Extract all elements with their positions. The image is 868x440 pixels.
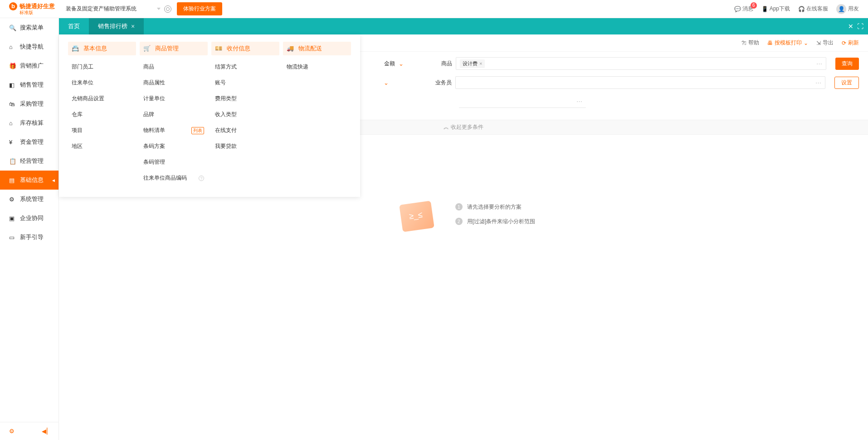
sidebar-item-1[interactable]: ⌂快捷导航 (0, 37, 59, 56)
print-template-button[interactable]: 🖶 按模板打印 ⌄ (767, 39, 808, 47)
mega-item[interactable]: 地区 (68, 138, 136, 154)
mega-item[interactable]: 计量单位 (140, 91, 208, 107)
mega-item[interactable]: 商品 (140, 59, 208, 75)
mega-item[interactable]: 收入类型 (211, 107, 279, 122)
logo-subtitle: 标准版 (20, 10, 33, 16)
sidebar-icon: 🔍 (9, 24, 15, 31)
mega-item[interactable]: 物流快递 (283, 59, 351, 75)
settings-button[interactable]: 设置 (834, 77, 859, 89)
sidebar-item-7[interactable]: 📋经营管理 (0, 152, 59, 171)
sidebar-item-9[interactable]: ⚙系统管理 (0, 190, 59, 209)
mega-item[interactable]: 仓库 (68, 107, 136, 122)
salesperson-input[interactable]: ⋯ (455, 76, 825, 89)
more-icon[interactable]: ⋯ (816, 60, 822, 67)
sidebar-item-label: 采购管理 (20, 100, 44, 108)
user-menu[interactable]: 👤 用友 (836, 4, 859, 14)
mega-header: 🚚物流配送 (283, 42, 351, 55)
gear-icon[interactable] (164, 5, 171, 13)
tabbar-right: ✕ ⛶ (848, 18, 868, 34)
refresh-button[interactable]: ⟳ 刷新 (842, 39, 859, 47)
sidebar-item-label: 资金管理 (20, 138, 44, 146)
app-download-button[interactable]: 📱 App下载 (761, 5, 790, 13)
mega-item[interactable]: 条码管理 (140, 154, 208, 170)
mega-item[interactable]: 在线支付 (211, 122, 279, 138)
sidebar-item-label: 企业协同 (20, 214, 44, 222)
step-2-badge: 2 (455, 218, 463, 225)
sidebar-item-3[interactable]: ◧销售管理 (0, 75, 59, 94)
phone-icon: 📱 (761, 6, 768, 12)
mega-item[interactable]: 部门员工 (68, 59, 136, 75)
close-icon[interactable]: × (131, 23, 135, 30)
mega-item[interactable]: 条码方案 (140, 138, 208, 154)
mega-item-label: 结算方式 (215, 63, 237, 71)
mega-item-label: 账号 (215, 79, 226, 87)
mega-item[interactable]: 物料清单列表 (140, 122, 208, 138)
industry-plan-button[interactable]: 体验行业方案 (177, 2, 222, 15)
sidebar-item-label: 库存核算 (20, 119, 44, 127)
filter-amount-label: 金额 (384, 60, 395, 68)
sidebar-item-label: 系统管理 (20, 195, 44, 203)
query-button[interactable]: 查询 (835, 58, 859, 70)
extra-input[interactable]: ⋯ (459, 95, 586, 108)
maximize-icon[interactable]: ⛶ (857, 23, 863, 30)
tab-home[interactable]: 首页 (59, 18, 89, 34)
mega-item[interactable]: 费用类型 (211, 91, 279, 107)
system-selector[interactable]: 装备及固定资产辅助管理系统 (66, 5, 161, 13)
mega-header: 💴收付信息 (211, 42, 279, 55)
messages-button[interactable]: 💬 消息 6 (734, 5, 753, 13)
mega-header-label: 收付信息 (227, 44, 250, 53)
more-icon[interactable]: ⋯ (576, 98, 582, 105)
mega-item[interactable]: 结算方式 (211, 59, 279, 75)
sidebar-item-2[interactable]: 🎁营销推广 (0, 56, 59, 75)
mega-item[interactable]: 账号 (211, 75, 279, 91)
mega-header-icon: 🚚 (287, 45, 296, 52)
mega-header-label: 物流配送 (298, 44, 322, 53)
tab-home-label: 首页 (68, 22, 80, 30)
step-1-badge: 1 (455, 203, 463, 210)
user-name: 用友 (848, 5, 859, 13)
chevron-down-icon[interactable]: ⌄ (384, 79, 389, 86)
mega-item[interactable]: 往来单位 (68, 75, 136, 91)
mega-item[interactable]: 商品属性 (140, 75, 208, 91)
mega-item[interactable]: 项目 (68, 122, 136, 138)
sidebar-icon: ⌂ (9, 44, 15, 50)
refresh-label: 刷新 (848, 39, 859, 47)
product-input[interactable]: 设计费 × ⋯ (456, 57, 826, 70)
mega-item-label: 往来单位 (72, 79, 93, 87)
sidebar-item-4[interactable]: 🛍采购管理 (0, 94, 59, 113)
sidebar-icon: ▤ (9, 177, 15, 183)
question-icon: ? (199, 176, 204, 181)
header-right: 💬 消息 6 📱 App下载 🎧 在线客服 👤 用友 (734, 4, 868, 14)
mega-item[interactable]: 允销商品设置 (68, 91, 136, 107)
remove-tag-icon[interactable]: × (479, 61, 482, 66)
sidebar-item-label: 搜索菜单 (20, 24, 44, 32)
mega-item[interactable]: 品牌 (140, 107, 208, 122)
mega-item[interactable]: 我要贷款 (211, 138, 279, 154)
sidebar-item-11[interactable]: ▭新手引导 (0, 228, 59, 247)
help-label: 帮助 (748, 39, 759, 47)
tab-sales-ranking[interactable]: 销售排行榜 × (89, 18, 144, 34)
collapse-label: 收起更多条件 (451, 124, 483, 130)
sidebar-collapse-icon[interactable]: ◀⎢ (42, 428, 49, 435)
download-label: App下载 (770, 5, 790, 13)
online-service-button[interactable]: 🎧 在线客服 (798, 5, 828, 13)
sidebar-item-label: 营销推广 (20, 62, 44, 70)
mega-item-label: 物流快递 (287, 63, 308, 71)
product-tag: 设计费 × (460, 59, 485, 68)
mega-item[interactable]: 往来单位商品编码 ? (140, 170, 208, 186)
sidebar-item-10[interactable]: ▣企业协同 (0, 209, 59, 228)
chevron-down-icon[interactable]: ⌄ (399, 60, 404, 67)
sidebar-settings-icon[interactable]: ⚙ (9, 428, 15, 435)
help-button[interactable]: ?⃝ 帮助 (741, 39, 759, 47)
mega-header-icon: 📇 (72, 45, 81, 52)
tab-close-all-icon[interactable]: ✕ (848, 23, 853, 30)
empty-steps: 1 请先选择要分析的方案 2 用[过滤]条件来缩小分析范围 (455, 203, 536, 225)
sidebar-item-8[interactable]: ▤基础信息 (0, 171, 59, 190)
sidebar-item-6[interactable]: ¥资金管理 (0, 132, 59, 152)
sidebar-item-0[interactable]: 🔍搜索菜单 (0, 18, 59, 37)
question-icon: ?⃝ (741, 40, 746, 46)
more-icon[interactable]: ⋯ (815, 79, 821, 86)
tab-active-label: 销售排行榜 (98, 22, 127, 30)
export-button[interactable]: ⇲ 导出 (816, 39, 834, 47)
sidebar-item-5[interactable]: ⌂库存核算 (0, 113, 59, 132)
